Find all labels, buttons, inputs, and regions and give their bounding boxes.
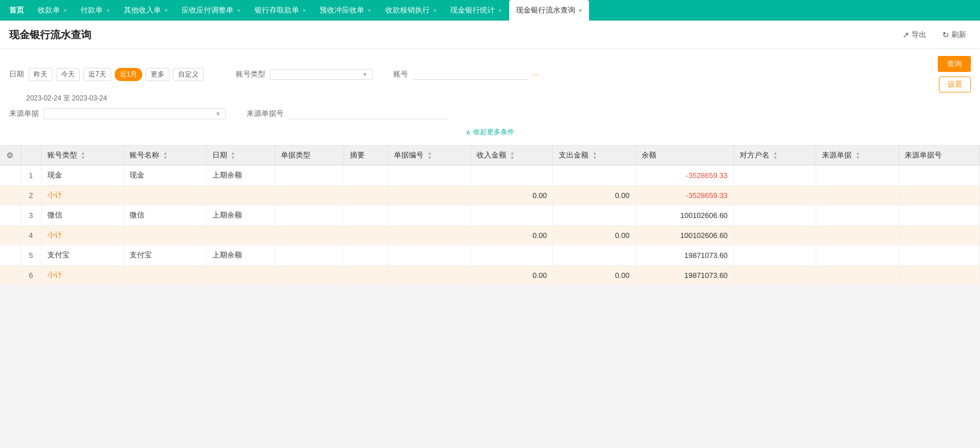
cell-date (206, 225, 275, 245)
sort-arrows-income: ▲▼ (510, 151, 514, 160)
cell-account-type: 微信 (41, 205, 124, 225)
close-icon[interactable]: × (498, 7, 502, 14)
cell-date (206, 185, 275, 205)
source-doc-filter: 来源单据 ▼ (9, 108, 226, 119)
cell-counterparty (733, 166, 816, 185)
table-row: 1 现金 现金 上期余额 -3528659.33 (0, 166, 980, 185)
account-label: 账号 (393, 69, 408, 79)
cell-date: 上期余额 (206, 166, 275, 185)
right-buttons: 查询 设置 (938, 56, 971, 92)
nav-label-home: 首页 (9, 5, 24, 15)
cell-source-doc (816, 225, 899, 245)
close-icon[interactable]: × (433, 7, 437, 14)
date-filter: 日期 昨天 今天 近7天 近1月 更多 自定义 (9, 68, 204, 81)
cell-income (470, 166, 553, 185)
col-voucher-no[interactable]: 单据编号 ▲▼ (388, 146, 471, 166)
cell-settings (0, 245, 21, 265)
close-icon[interactable]: × (106, 7, 110, 14)
date-btn-yesterday[interactable]: 昨天 (29, 68, 53, 81)
cell-account-type: 现金 (41, 166, 124, 185)
cell-voucher-no (388, 166, 471, 185)
table-container: ⚙ 账号类型 ▲▼ 账号名称 ▲▼ 日期 ▲▼ 单据类型 摘要 单 (0, 146, 980, 285)
source-doc-select[interactable]: ▼ (43, 108, 226, 119)
source-doc-no-input[interactable] (288, 108, 448, 119)
export-button[interactable]: ↗ 导出 (898, 27, 931, 42)
date-btn-custom[interactable]: 自定义 (173, 68, 204, 81)
date-btn-more[interactable]: 更多 (146, 68, 170, 81)
date-label: 日期 (9, 69, 24, 79)
settings-button[interactable]: 设置 (939, 76, 971, 92)
table-row: 3 微信 微信 上期余额 100102606.60 (0, 205, 980, 225)
table-row: 4 小计 0.00 0.00 100102606.60 (0, 225, 980, 245)
sort-arrows-account-type: ▲▼ (80, 151, 85, 160)
nav-item-home[interactable]: 首页 (2, 0, 31, 21)
nav-item-ar-ap-adjust[interactable]: 应收应付调整单 × (175, 0, 247, 21)
nav-item-cash-bank-stats[interactable]: 现金银行统计 × (443, 0, 509, 21)
account-type-label: 账号类型 (236, 69, 265, 79)
nav-item-bank-deposit[interactable]: 银行存取款单 × (248, 0, 313, 21)
date-btn-7days[interactable]: 近7天 (83, 68, 111, 81)
refresh-icon: ↻ (942, 30, 949, 39)
col-account-type[interactable]: 账号类型 ▲▼ (41, 146, 124, 166)
nav-item-cash-bank-flow[interactable]: 现金银行流水查询 × (509, 0, 589, 21)
source-doc-no-filter: 来源单据号 (247, 108, 448, 119)
date-btn-today[interactable]: 今天 (56, 68, 80, 81)
close-icon[interactable]: × (579, 7, 582, 14)
col-counterparty[interactable]: 对方户名 ▲▼ (733, 146, 816, 166)
cell-account-name (124, 185, 207, 205)
col-income[interactable]: 收入金额 ▲▼ (470, 146, 553, 166)
nav-item-receipt[interactable]: 收款单 × (31, 0, 74, 21)
close-icon[interactable]: × (237, 7, 240, 14)
cell-voucher-type (275, 265, 344, 285)
close-icon[interactable]: × (63, 7, 67, 14)
query-button[interactable]: 查询 (938, 56, 971, 72)
cell-summary (344, 185, 388, 205)
settings-gear-icon[interactable]: ⚙ (6, 151, 14, 160)
col-date-label: 日期 (212, 151, 227, 159)
cell-account-type: 支付宝 (41, 245, 124, 265)
cell-income: 0.00 (470, 185, 553, 205)
date-options: 昨天 今天 近7天 近1月 更多 自定义 (29, 68, 204, 81)
account-input[interactable] (413, 68, 527, 80)
nav-label-receipt: 收款单 (38, 5, 60, 15)
source-doc-label: 来源单据 (9, 108, 39, 119)
cell-account-name (124, 265, 207, 285)
table-row: 2 小计 0.00 0.00 -3528659.33 (0, 185, 980, 205)
cell-settings (0, 225, 21, 245)
col-expense[interactable]: 支出金额 ▲▼ (553, 146, 636, 166)
cell-voucher-type (275, 245, 344, 265)
cell-summary (344, 166, 388, 185)
col-account-name[interactable]: 账号名称 ▲▼ (124, 146, 207, 166)
col-income-label: 收入金额 (477, 151, 506, 159)
col-date[interactable]: 日期 ▲▼ (206, 146, 275, 166)
refresh-button[interactable]: ↻ 刷新 (938, 27, 971, 42)
col-source-doc[interactable]: 来源单据 ▲▼ (816, 146, 899, 166)
btn-group: 查询 设置 (938, 56, 971, 92)
nav-item-other-income[interactable]: 其他收入单 × (117, 0, 175, 21)
top-navigation: 首页 收款单 × 付款单 × 其他收入单 × 应收应付调整单 × 银行存取款单 … (0, 0, 980, 21)
account-type-select[interactable]: ▼ (270, 69, 373, 80)
cell-summary (344, 265, 388, 285)
cell-date (206, 265, 275, 285)
close-icon[interactable]: × (368, 7, 371, 14)
account-ellipsis-button[interactable]: ··· (529, 70, 541, 79)
export-label: 导出 (912, 30, 926, 40)
collapse-bar[interactable]: ∧ 收起更多条件 (9, 125, 971, 138)
cell-account-name: 微信 (124, 205, 207, 225)
date-range-text: 2023-02-24 至 2023-03-24 (26, 94, 107, 102)
cell-income: 0.00 (470, 265, 553, 285)
nav-label-bank-deposit: 银行存取款单 (255, 5, 299, 15)
collapse-label: 收起更多条件 (473, 127, 514, 137)
nav-item-receipt-verify[interactable]: 收款核销执行 × (378, 0, 443, 21)
table-row: 6 小计 0.00 0.00 19871073.60 (0, 265, 980, 285)
nav-item-prepaid-offset[interactable]: 预收冲应收单 × (313, 0, 378, 21)
date-btn-1month[interactable]: 近1月 (115, 68, 143, 81)
nav-label-ar-ap-adjust: 应收应付调整单 (182, 5, 233, 15)
close-icon[interactable]: × (303, 7, 306, 14)
sort-arrows-voucher-no: ▲▼ (428, 151, 432, 160)
cell-settings (0, 185, 21, 205)
nav-item-payment[interactable]: 付款单 × (74, 0, 116, 21)
col-balance: 余额 (635, 146, 733, 166)
cell-voucher-type (275, 185, 344, 205)
close-icon[interactable]: × (164, 7, 168, 14)
